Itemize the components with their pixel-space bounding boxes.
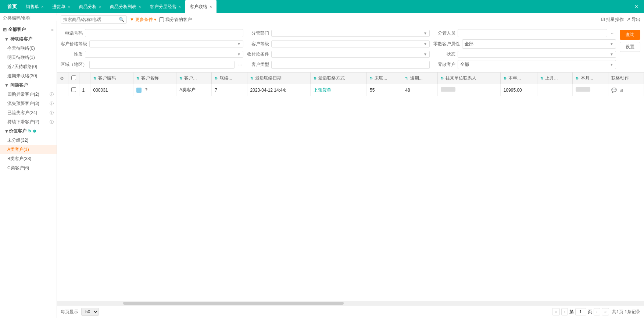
col-last-method[interactable]: ⇅ 最后联络方式 bbox=[310, 73, 366, 84]
col-last-date[interactable]: ⇅ 最后联络日期 bbox=[247, 73, 310, 84]
nav-tab-customer-contact[interactable]: 客户联络 × bbox=[185, 0, 216, 13]
close-product-analysis-tab[interactable]: × bbox=[99, 4, 101, 9]
qr-icon[interactable]: ⊞ bbox=[619, 88, 623, 93]
page-num-input[interactable] bbox=[575, 308, 586, 315]
col-this-year[interactable]: ⇅ 本年... bbox=[500, 73, 537, 84]
row-checkbox-cell[interactable] bbox=[68, 84, 79, 96]
sidebar-item-class-b[interactable]: B类客户(33) bbox=[0, 154, 57, 163]
sidebar-item-ungrouped[interactable]: 未分组(32) bbox=[0, 136, 57, 145]
sidebar-search-input[interactable] bbox=[3, 15, 58, 21]
select-all-checkbox[interactable] bbox=[71, 75, 76, 80]
settings-gear-icon[interactable]: ⚙ bbox=[60, 76, 64, 81]
my-customer-checkbox-wrap[interactable]: 我分管的客户 bbox=[159, 17, 192, 23]
add-icon[interactable]: ⊕ bbox=[33, 129, 36, 134]
col-name[interactable]: ⇅ 客户名称 bbox=[133, 73, 176, 84]
filter-customer-type-input[interactable] bbox=[271, 61, 430, 69]
filter-nature-select[interactable]: ▼ bbox=[85, 51, 243, 58]
query-btn[interactable]: 查询 bbox=[620, 30, 640, 40]
col-contact[interactable]: ⇅ 联络... bbox=[212, 73, 247, 84]
scrollbar-thumb[interactable] bbox=[123, 302, 344, 305]
filter-manager-dots[interactable]: ··· bbox=[609, 31, 616, 36]
col-unit-contact[interactable]: ⇅ 往来单位联系人 bbox=[437, 73, 500, 84]
chevron-down-icon: ▾ bbox=[154, 17, 156, 22]
window-close-btn[interactable]: × bbox=[632, 3, 641, 10]
filter-payment-select[interactable]: ▼ bbox=[271, 51, 430, 58]
close-sales-tab[interactable]: × bbox=[41, 4, 43, 9]
batch-op-btn[interactable]: ☑ 批量操作 bbox=[601, 17, 624, 23]
col-overdue[interactable]: ⇅ 逾期... bbox=[402, 73, 437, 84]
sidebar-item-7days[interactable]: 近7天待联络(0) bbox=[0, 62, 57, 71]
col-this-month[interactable]: ⇅ 本月... bbox=[573, 73, 608, 84]
close-product-list-tab[interactable]: × bbox=[139, 4, 141, 9]
info-icon-declining: ⓘ bbox=[50, 119, 54, 125]
row-contact-cell: 7 bbox=[212, 84, 247, 96]
last-method-link[interactable]: 下销货单 bbox=[314, 87, 331, 92]
export-btn[interactable]: ↗ 导出 bbox=[627, 17, 640, 23]
filter-row-1: 电话号码 分管部门 ▼ 分管人员 bbox=[61, 29, 616, 37]
horizontal-scrollbar[interactable] bbox=[57, 301, 644, 305]
prev-page-btn[interactable]: ‹ bbox=[561, 308, 568, 315]
filter-manager-input[interactable] bbox=[458, 29, 607, 37]
nav-tab-purchase[interactable]: 进货单 × bbox=[48, 0, 74, 13]
chevron-price: ▼ bbox=[237, 42, 241, 46]
sidebar-item-overdue[interactable]: 逾期未联络(30) bbox=[0, 71, 57, 81]
sidebar-item-class-c[interactable]: C类客户(6) bbox=[0, 163, 57, 173]
toolbar: 🔍 ▼ 更多条件 ▾ 我分管的客户 ☑ 批量操作 ↗ 导出 bbox=[57, 13, 644, 26]
sort-overdue-icon: ⇅ bbox=[405, 76, 408, 80]
filter-phone-input[interactable] bbox=[85, 29, 243, 37]
sidebar-item-declining[interactable]: 持续下滑客户(2) ⓘ bbox=[0, 117, 57, 127]
nav-home[interactable]: 首页 bbox=[3, 0, 21, 13]
sidebar-item-churn-warning[interactable]: 流失预警客户(3) ⓘ bbox=[0, 99, 57, 108]
nav-tab-product-list[interactable]: 商品分析列表 × bbox=[105, 0, 145, 13]
col-settings[interactable]: ⚙ bbox=[57, 73, 68, 84]
filter-status-select[interactable]: ▼ bbox=[458, 51, 616, 58]
col-no-contact[interactable]: ⇅ 未联... bbox=[366, 73, 402, 84]
close-customer-contact-tab[interactable]: × bbox=[210, 4, 212, 9]
sidebar-problem-header[interactable]: ▼ 问题客户 bbox=[0, 81, 57, 90]
sidebar-item-churned[interactable]: 已流失客户(24) ⓘ bbox=[0, 108, 57, 117]
filter-dept-select[interactable]: ▼ bbox=[271, 30, 430, 37]
chat-icon[interactable]: 💬 bbox=[611, 88, 617, 93]
table-container: ⚙ ⇅ 客户编码 ⇅ 客户名称 bbox=[57, 73, 644, 301]
batch-icon: ☑ bbox=[601, 17, 605, 22]
col-code[interactable]: ⇅ 客户编码 bbox=[90, 73, 133, 84]
nav-tab-sales[interactable]: 销售单 × bbox=[21, 0, 48, 13]
filter-price-select[interactable]: ▼ bbox=[89, 40, 243, 47]
more-filter-btn[interactable]: ▼ 更多条件 ▾ bbox=[130, 17, 156, 23]
filter-region-dots[interactable]: ··· bbox=[237, 62, 243, 67]
next-page-btn[interactable]: › bbox=[594, 308, 600, 315]
last-page-btn[interactable]: » bbox=[602, 308, 609, 315]
sidebar-item-abnormal[interactable]: 回购异常客户(2) ⓘ bbox=[0, 90, 57, 99]
search-icon[interactable]: 🔍 bbox=[119, 17, 124, 22]
sidebar-item-today[interactable]: 今天待联络(0) bbox=[0, 44, 57, 53]
close-purchase-tab[interactable]: × bbox=[68, 4, 70, 9]
sidebar-all-customers[interactable]: ⊞ 全部客户 « bbox=[0, 25, 57, 35]
filter-customer-level-select[interactable]: ▼ bbox=[271, 40, 430, 47]
row-last-month-cell bbox=[537, 84, 573, 96]
close-customer-segment-tab[interactable]: × bbox=[179, 4, 181, 9]
nav-tab-product-analysis[interactable]: 商品分析 × bbox=[75, 0, 105, 13]
sidebar-item-tomorrow[interactable]: 明天待联络(1) bbox=[0, 53, 57, 62]
sort-last-date-icon: ⇅ bbox=[250, 76, 253, 80]
sidebar-pending-contact-header[interactable]: ▼ 待联络客户 bbox=[0, 35, 57, 44]
row-last-method-cell[interactable]: 下销货单 bbox=[310, 84, 366, 96]
row-checkbox[interactable] bbox=[71, 87, 76, 92]
my-customer-checkbox[interactable] bbox=[159, 17, 164, 22]
col-last-month[interactable]: ⇅ 上月... bbox=[537, 73, 573, 84]
sidebar-value-header[interactable]: ▼ 价值客户 ↻ ⊕ bbox=[0, 127, 57, 136]
col-checkbox[interactable] bbox=[68, 73, 79, 84]
filter-region-input[interactable] bbox=[89, 61, 235, 69]
settings-btn[interactable]: 设置 bbox=[620, 42, 640, 52]
sidebar-collapse-icon[interactable]: « bbox=[51, 27, 54, 32]
col-type[interactable]: ⇅ 客户... bbox=[176, 73, 211, 84]
filter-retail-select[interactable]: 全部 ▼ bbox=[458, 60, 616, 69]
filter-retail-attr-select[interactable]: 全部 ▼ bbox=[462, 39, 616, 49]
refresh-icon[interactable]: ↻ bbox=[28, 129, 31, 134]
search-input[interactable] bbox=[63, 17, 119, 22]
first-page-btn[interactable]: « bbox=[552, 308, 560, 315]
arrow-down-icon3: ▼ bbox=[4, 129, 9, 134]
row-action-cell: 💬 ⊞ bbox=[608, 84, 644, 96]
per-page-select[interactable]: 50 bbox=[81, 308, 99, 316]
nav-tab-customer-segment[interactable]: 客户分层经营 × bbox=[146, 0, 185, 13]
sidebar-item-class-a[interactable]: A类客户(1) bbox=[0, 145, 57, 154]
